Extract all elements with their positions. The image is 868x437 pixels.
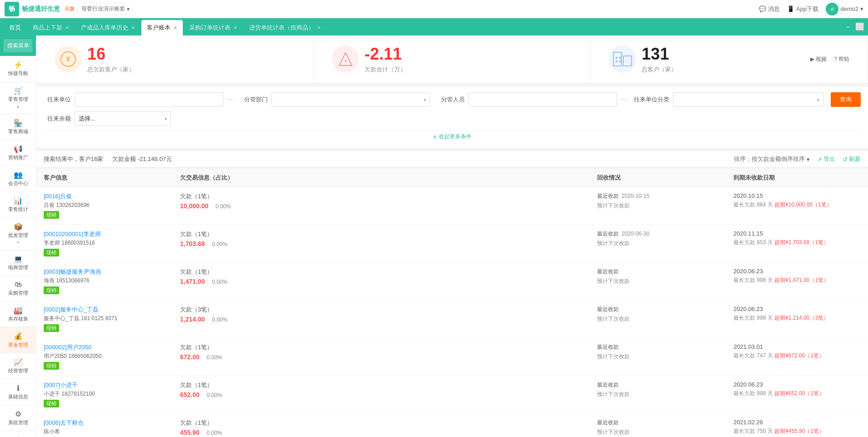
overdue-amount-link[interactable]: 超期¥10,000.00（1笔）	[774, 201, 832, 208]
sidebar-item-label: 系统管理	[2, 419, 34, 426]
table-row: [0016]吕俊 吕俊 13026203696 现销 欠款（1笔） 10,000…	[36, 187, 868, 225]
debt-info: 欠款（1笔） 1,471.00 0.00%	[180, 268, 597, 285]
customer-name-link[interactable]: [0002]服务中心_丁磊	[44, 306, 180, 314]
tab-goods-stats[interactable]: 进货单统计表（按商品） ✕	[244, 20, 326, 35]
sidebar-item-marketing[interactable]: 📢 营销推广	[0, 140, 36, 166]
debt-info: 欠款（1笔） 652.00 0.00%	[180, 381, 597, 398]
customer-name-link[interactable]: [0006]去下粮仓	[44, 419, 180, 427]
debt-count: 欠款（1笔）	[180, 381, 597, 389]
app-download-btn[interactable]: 📱 App下载	[787, 5, 818, 13]
sidebar-item-batch-mgmt[interactable]: 📦 批发管理 ▾	[0, 218, 36, 250]
unit-classify-arrow: ▾	[817, 97, 819, 102]
overdue-info: 2020.11.15 最长欠款 853 天 超期¥1,703.68（1笔）	[733, 230, 861, 246]
table-row: [0007]小进干 小进干 18279152100 现销 欠款（1笔） 652.…	[36, 376, 868, 413]
overdue-date: 2020.10.15	[733, 192, 861, 199]
sidebar-search-btn[interactable]: 搜索菜单	[4, 39, 32, 52]
from-unit-ellipsis[interactable]: ···	[227, 95, 233, 104]
overdue-date: 2020.11.15	[733, 230, 861, 237]
col-header-customer: 客户信息	[44, 174, 180, 182]
tab-close-icon[interactable]: ✕	[233, 25, 237, 31]
customer-info: [000002]用户2050 用户2050 18665062050 现销	[44, 343, 180, 370]
dept-select[interactable]: ▾	[271, 92, 430, 107]
tab-product-listing[interactable]: 商品上下架 ✕	[27, 20, 75, 35]
sidebar-item-retail-store[interactable]: 🏪 零售商城	[0, 114, 36, 140]
user-menu[interactable]: d demo2 ▾	[826, 3, 863, 15]
inventory-icon: 🏭	[2, 306, 34, 315]
customer-phone: 李老师 18600391516	[44, 239, 180, 247]
filter-dept: 分管部门 ▾	[241, 92, 430, 107]
overdue-amount-link[interactable]: 超期¥1,703.68（1笔）	[774, 239, 829, 246]
tab-close-icon[interactable]: ✕	[131, 25, 135, 31]
sidebar-item-inventory[interactable]: 🏭 库存核算	[0, 301, 36, 327]
ecommerce-icon: 💻	[2, 255, 34, 263]
customer-name-link[interactable]: [000002]用户2050	[44, 343, 180, 352]
balance-select[interactable]: 选择... ▾	[75, 111, 171, 126]
tab-minimize-icon[interactable]: －	[844, 22, 852, 32]
customer-name-link[interactable]: [0016]吕俊	[44, 192, 180, 201]
sidebar-item-label: 资金管理	[2, 342, 34, 348]
unit-classify-select[interactable]: ▾	[673, 92, 823, 107]
customer-name-link[interactable]: [0003]畅捷服务尹海燕	[44, 268, 180, 276]
sidebar-item-member[interactable]: 👥 会员中心	[0, 166, 36, 192]
search-btn[interactable]: 查询	[831, 92, 861, 107]
avatar: d	[826, 3, 838, 15]
message-btn[interactable]: 💬 消息	[759, 5, 780, 13]
debt-amount: 652.00	[180, 391, 200, 398]
debt-count: 欠款（3笔）	[180, 306, 597, 314]
tab-production-history[interactable]: 产成品入库单历史 ✕	[75, 20, 140, 35]
collapse-btn[interactable]: ∧ 收起更多条件	[44, 131, 861, 142]
tab-maximize-icon[interactable]: ⬜	[855, 22, 864, 32]
refresh-btn[interactable]: ↺ 刷新	[843, 155, 861, 163]
batch-mgmt-icon: 📦	[2, 222, 34, 231]
debt-customers-value: 16	[87, 45, 135, 64]
tab-purchase-stats[interactable]: 采购订单统计表 ✕	[184, 20, 243, 35]
help-btn[interactable]: ? 帮助	[834, 55, 849, 63]
sort-select[interactable]: 排序：按欠款金额倒序排序 ▾	[734, 155, 810, 163]
view-video-btn[interactable]: ▶ 视频	[810, 55, 827, 63]
table-container: 客户信息 欠交易信息（占比） 回收情况 到期未收款日期 [0016]吕俊 吕俊 …	[36, 169, 868, 437]
customer-phone: 小进干 18279152100	[44, 390, 180, 398]
debt-amount-icon: +	[332, 45, 359, 73]
sidebar-item-operations[interactable]: 📈 经营管理	[0, 353, 36, 379]
customer-name-link[interactable]: [0007]小进干	[44, 381, 180, 389]
sidebar-item-ecommerce[interactable]: 💻 电商管理	[0, 250, 36, 276]
sort-label: 排序：按欠款金额倒序排序	[734, 155, 805, 163]
sidebar-item-enterprise[interactable]: 🏢 企业协同	[0, 431, 36, 437]
manager-ellipsis[interactable]: ···	[621, 95, 627, 104]
sidebar-item-quick-nav[interactable]: ⚡ 快捷导航	[0, 56, 36, 82]
retail-store-icon: 🏪	[2, 119, 34, 127]
manager-input[interactable]	[468, 92, 617, 107]
tab-customer-ledger[interactable]: 客户账本 ✕	[141, 20, 183, 35]
customer-name-link[interactable]: [00010200001]李老师	[44, 230, 180, 238]
debt-ratio: 0.00%	[212, 241, 227, 247]
result-actions: 排序：按欠款金额倒序排序 ▾ ↗ 导出 ↺ 刷新	[734, 155, 861, 163]
sidebar-item-label: 电商管理	[2, 264, 34, 271]
sidebar-item-purchase[interactable]: 🛍 采购管理	[0, 276, 36, 301]
from-unit-input[interactable]	[75, 92, 223, 107]
sidebar-item-capital[interactable]: 💰 资金管理	[0, 327, 36, 353]
tab-home[interactable]: 首页	[4, 20, 26, 35]
debt-ratio: 0.00%	[212, 279, 227, 285]
overdue-amount-link[interactable]: 超期¥652.00（1笔）	[774, 390, 824, 397]
overdue-date: 2021.03.01	[733, 343, 861, 350]
overdue-info: 2021.03.01 最长欠款 747 天 超期¥672.00（1笔）	[733, 343, 861, 360]
sidebar-item-label: 基础信息	[2, 393, 34, 400]
collection-info: 最近收款 预计下次收款	[597, 306, 733, 323]
sidebar-item-system[interactable]: ⚙ 系统管理	[0, 405, 36, 431]
sidebar-item-retail-mgmt[interactable]: 🛒 零售管理 ▲	[0, 82, 36, 114]
promo-badge: 示旗	[65, 5, 75, 12]
overdue-amount-link[interactable]: 超期¥455.90（1笔）	[774, 428, 824, 434]
col-header-collection: 回收情况	[597, 174, 733, 182]
overdue-amount-link[interactable]: 超期¥1,214.00（3笔）	[774, 315, 829, 321]
customer-tag: 现销	[44, 286, 59, 294]
sidebar-item-basic-info[interactable]: ℹ 基础信息	[0, 379, 36, 405]
overdue-amount-link[interactable]: 超期¥672.00（1笔）	[774, 352, 824, 359]
debt-count: 欠款（1笔）	[180, 268, 597, 276]
company-select[interactable]: 母婴行业演示账套 ▾	[77, 3, 134, 15]
export-btn[interactable]: ↗ 导出	[817, 155, 835, 163]
tab-close-icon[interactable]: ✕	[65, 25, 69, 31]
tab-close-icon[interactable]: ✕	[173, 25, 177, 31]
tab-close-icon[interactable]: ✕	[317, 25, 321, 31]
overdue-amount-link[interactable]: 超期¥1,471.00（1笔）	[774, 277, 829, 283]
sidebar-item-retail-stats[interactable]: 📊 零售统计	[0, 192, 36, 218]
